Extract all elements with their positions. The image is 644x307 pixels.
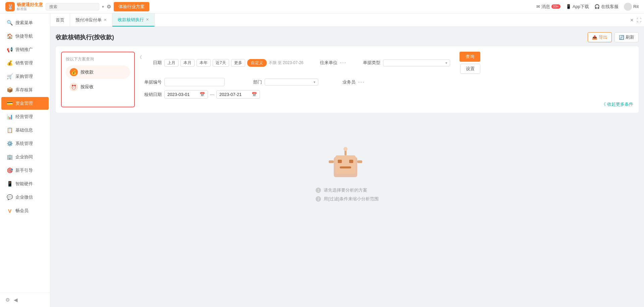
system-icon: ⚙️ [7, 141, 13, 147]
sidebar-item-purchase[interactable]: 🛒 采购管理 [1, 70, 49, 83]
filter-doc-type-item: 单据类型 ▾ [362, 59, 450, 66]
collapse-more: 《 收起更多条件 [143, 101, 633, 107]
sidebar-item-label: 经营管理 [15, 114, 33, 120]
sidebar-item-basic-info[interactable]: 📋 基础信息 [1, 124, 49, 137]
sidebar-item-label: 畅会员 [15, 208, 29, 214]
date-btn-this-year[interactable]: 本年 [197, 59, 211, 67]
sidebar-item-label: 系统管理 [15, 141, 33, 147]
date-btn-more[interactable]: 更多 [231, 59, 245, 67]
sidebar-item-label: 企业微信 [15, 194, 33, 200]
calendar-end-icon: 📅 [252, 92, 257, 97]
service-icon: 🎧 [594, 4, 600, 9]
filter-option-receivable-label: 按应收 [80, 84, 94, 90]
mobile-icon: 📱 [566, 4, 571, 9]
filter-option-by-receipt[interactable]: 💰 按收款 [66, 65, 130, 79]
empty-step1-text: 请先选择要分析的方案 [324, 187, 367, 193]
sidebar-bottom: ⚙ ◀ [0, 293, 50, 307]
receipt-tab-close-icon[interactable]: ✕ [146, 17, 149, 22]
collapse-left-panel-button[interactable]: 《 [136, 53, 143, 62]
filter-panel: 按以下方案查询 💰 按收款 ⏰ 按应收 《 [56, 46, 639, 113]
date-btn-this-month[interactable]: 本月 [180, 59, 195, 67]
sidebar-item-finance[interactable]: 💳 资金管理 [1, 97, 49, 110]
settings-bottom-icon[interactable]: ⚙ [5, 297, 10, 303]
content-area: 首页 预付冲应付单 ✕ 收款核销执行 ✕ ✕ ⛶ 收款核销执行(按收款) [50, 13, 644, 307]
operations-icon: 📊 [7, 114, 13, 120]
doc-type-select[interactable]: ▾ [383, 59, 450, 66]
tab-home[interactable]: 首页 [50, 13, 70, 27]
filter-row-2: 单据编号 部门 ▾ [143, 78, 633, 86]
user-profile[interactable]: Rit [624, 3, 639, 11]
calendar-start-icon: 📅 [200, 92, 205, 97]
topbar-gear-icon[interactable]: ⚙ [107, 4, 111, 10]
writeoff-date-start-input[interactable]: 2023-03-01 📅 [164, 90, 208, 99]
filter-scheme-selector: 按以下方案查询 💰 按收款 ⏰ 按应收 [61, 52, 135, 107]
sidebar-item-guide[interactable]: 🎯 新手引导 [1, 164, 49, 177]
filter-docno-item: 单据编号 [143, 78, 225, 86]
sidebar-item-system[interactable]: ⚙️ 系统管理 [1, 137, 49, 150]
sidebar-item-label: 营销推广 [15, 47, 33, 53]
message-label: 消息 [541, 4, 550, 10]
sidebar-item-inventory[interactable]: 📦 库存核算 [1, 84, 49, 96]
sidebar-item-label: 企业协同 [15, 154, 33, 160]
tab-close-all-icon[interactable]: ✕ [630, 17, 634, 23]
empty-state: 1 请先选择要分析的方案 2 用[过滤]条件来缩小分析范围 [56, 117, 639, 232]
collapse-sidebar-icon[interactable]: ◀ [14, 297, 18, 303]
sales-icon: 💰 [7, 60, 13, 66]
export-button[interactable]: 📤 导出 [588, 32, 612, 42]
receive-scheme-icon: 💰 [70, 68, 78, 76]
app-download-button[interactable]: 📱 App下载 [566, 4, 589, 10]
sidebar-item-enterprise[interactable]: 🏢 企业协同 [1, 151, 49, 163]
writeoff-date-label: 核销日期 [143, 92, 162, 98]
sidebar-item-member[interactable]: V 畅会员 [1, 204, 49, 217]
step-1-number: 1 [316, 188, 321, 193]
date-btn-custom[interactable]: 自定义 [247, 59, 267, 67]
date-btn-last-month[interactable]: 上月 [164, 59, 178, 67]
date-separator: — [210, 92, 214, 97]
online-service-button[interactable]: 🎧 在线客服 [594, 4, 619, 10]
industry-solution-button[interactable]: 体验行业方案 [114, 2, 149, 11]
docno-input[interactable] [164, 78, 225, 86]
filter-partner-item: 往来单位 ··· [319, 60, 346, 66]
query-button[interactable]: 查询 [460, 52, 480, 62]
filter-row-1: 日期 上月 本月 本年 近7天 更多 自定义 不限 至 2023-07-26 [143, 52, 633, 74]
message-button[interactable]: ✉ 消息 99+ [536, 4, 560, 10]
date-range-text: 不限 至 2023-07-26 [269, 60, 304, 66]
topbar-search-input[interactable] [46, 3, 99, 10]
tab-controls: ✕ ⛶ [627, 17, 644, 23]
staff-label: 业务员 [337, 79, 356, 85]
sidebar-item-marketing[interactable]: 📢 营销推广 [1, 43, 49, 56]
app-name: 畅捷通好生意 [17, 2, 43, 7]
collapse-more-button[interactable]: 《 收起更多条件 [601, 101, 633, 107]
app-download-label: App下载 [573, 4, 589, 10]
home-tab-label: 首页 [56, 17, 64, 23]
filter-dept-item: 部门 ▾ [244, 79, 318, 86]
dept-select[interactable]: ▾ [265, 79, 318, 86]
marketing-icon: 📢 [7, 47, 13, 53]
empty-step2-text: 用[过滤]条件来缩小分析范围 [324, 196, 378, 202]
writeoff-date-end-input[interactable]: 2023-07-21 📅 [216, 90, 260, 99]
topbar-chevron-icon[interactable]: ▾ [102, 4, 104, 9]
empty-illustration [327, 144, 367, 181]
sidebar-item-quick-nav[interactable]: 🏠 快捷导航 [1, 30, 49, 43]
staff-dots-icon: ··· [358, 79, 365, 85]
prepay-tab-close-icon[interactable]: ✕ [104, 18, 107, 22]
topbar-right: ✉ 消息 99+ 📱 App下载 🎧 在线客服 Rit [536, 3, 639, 11]
svg-point-6 [343, 147, 347, 151]
inventory-icon: 📦 [7, 87, 13, 93]
sidebar-item-wechat[interactable]: 💬 企业微信 [1, 191, 49, 204]
partner-label: 往来单位 [319, 60, 337, 66]
sidebar-item-search-menu[interactable]: 🔍 搜索菜单 [1, 16, 49, 29]
collapse-more-label: 收起更多条件 [607, 101, 633, 107]
message-icon: ✉ [536, 4, 540, 9]
sidebar-item-operations[interactable]: 📊 经营管理 [1, 110, 49, 123]
filter-settings-button[interactable]: 设置 [460, 64, 480, 74]
refresh-button[interactable]: 🔄 刷新 [614, 32, 639, 42]
filter-option-by-receivable[interactable]: ⏰ 按应收 [66, 80, 130, 94]
tab-maximize-icon[interactable]: ⛶ [637, 17, 641, 23]
sidebar-item-sales[interactable]: 💰 销售管理 [1, 57, 49, 69]
guide-icon: 🎯 [7, 167, 13, 173]
tab-receipt-write-off[interactable]: 收款核销执行 ✕ [112, 13, 155, 27]
date-btn-7days[interactable]: 近7天 [213, 59, 229, 67]
sidebar-item-hardware[interactable]: 📱 智能硬件 [1, 177, 49, 190]
tab-prepay[interactable]: 预付冲应付单 ✕ [70, 13, 112, 27]
